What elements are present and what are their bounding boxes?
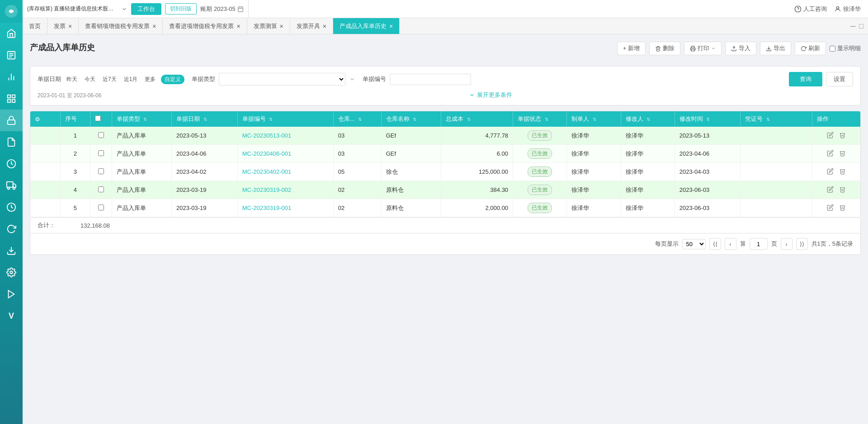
export-button[interactable]: 导出 (760, 42, 791, 55)
tab-invoice-open[interactable]: 发票开具 × (290, 18, 333, 34)
support-button[interactable]: 人工咨询 (794, 5, 827, 13)
page-size-select[interactable]: 50 100 (682, 239, 706, 249)
filter-type-select[interactable] (219, 73, 345, 86)
sidebar-item-download[interactable] (0, 240, 23, 262)
first-page-button[interactable]: ⟨⟨ (709, 238, 721, 250)
quick-date-7days[interactable]: 近7天 (101, 75, 118, 84)
col-header-type[interactable]: 单据类型 ⇅ (112, 111, 171, 127)
workbench-button[interactable]: 工作台 (131, 3, 161, 15)
print-button[interactable]: 打印 (684, 42, 722, 55)
tab-view-purchase-vat[interactable]: 查看进项增值税专用发票 × (163, 18, 247, 34)
page-input[interactable] (750, 238, 768, 250)
row-number-3[interactable]: MC-20230319-002 (237, 181, 333, 199)
sidebar: V (0, 0, 23, 424)
quick-date-more[interactable]: 更多 (143, 75, 157, 84)
row-edit-btn-0[interactable] (825, 131, 835, 141)
row-delete-btn-3[interactable] (837, 185, 848, 195)
tab-view-purchase-vat-close[interactable]: × (236, 23, 240, 29)
col-header-total[interactable]: 总成本 ⇅ (441, 111, 513, 127)
row-number-1[interactable]: MC-20230406-001 (237, 145, 333, 163)
col-header-wh-code[interactable]: 仓库... ⇅ (333, 111, 381, 127)
sidebar-item-v[interactable]: V (0, 305, 23, 327)
refresh-button[interactable]: 刷新 (795, 42, 826, 55)
row-check-4[interactable] (90, 199, 112, 217)
print-chevron-icon (711, 46, 716, 51)
settings-column-header[interactable]: ⚙ (30, 111, 60, 127)
row-edit-btn-2[interactable] (825, 167, 835, 177)
filter-date-group: 单据日期 昨天 今天 近7天 近1月 更多 自定义 (38, 75, 184, 84)
new-button[interactable]: + 新增 (617, 42, 646, 55)
sidebar-item-refresh[interactable] (0, 218, 23, 240)
row-no-2: 3 (60, 163, 90, 181)
tab-invoice[interactable]: 发票 × (47, 18, 79, 34)
sidebar-item-gear[interactable] (0, 262, 23, 283)
tab-invoice-calc-close[interactable]: × (280, 23, 283, 29)
user-menu[interactable]: 徐泽华 (834, 5, 861, 13)
switch-version-button[interactable]: 切到旧版 (165, 3, 197, 14)
query-button[interactable]: 查询 (789, 72, 822, 86)
row-number-2[interactable]: MC-20230402-001 (237, 163, 333, 181)
sidebar-item-analytics[interactable] (0, 66, 23, 88)
col-header-date[interactable]: 单据日期 ⇅ (172, 111, 238, 127)
sidebar-item-chart[interactable] (0, 153, 23, 175)
tab-product-instock-close[interactable]: × (389, 23, 393, 29)
quick-date-1month[interactable]: 近1月 (122, 75, 140, 84)
sidebar-item-invoice[interactable] (0, 44, 23, 66)
quick-date-yesterday[interactable]: 昨天 (65, 75, 79, 84)
row-delete-btn-4[interactable] (837, 203, 848, 213)
row-modify-time-0: 2023-05-13 (675, 127, 741, 145)
col-header-status[interactable]: 单据状态 ⇅ (513, 111, 567, 127)
table-header-row: ⚙ 序号 单据类型 ⇅ 单据日期 ⇅ 单据编号 ⇅ 仓库... ⇅ 仓库名称 ⇅… (30, 111, 860, 127)
row-check-0[interactable] (90, 127, 112, 145)
sidebar-item-clock[interactable] (0, 196, 23, 218)
show-detail-checkbox[interactable] (830, 46, 835, 52)
tab-product-instock[interactable]: 产成品入库单历史 × (333, 18, 400, 34)
row-check-2[interactable] (90, 163, 112, 181)
col-header-modifier[interactable]: 修改人 ⇅ (621, 111, 675, 127)
row-number-0[interactable]: MC-20230513-001 (237, 127, 333, 145)
row-number-4[interactable]: MC-20230319-001 (237, 199, 333, 217)
tabs-minimize-icon[interactable]: ─ (850, 22, 855, 30)
row-check-1[interactable] (90, 145, 112, 163)
row-delete-btn-1[interactable] (837, 149, 848, 159)
tab-home[interactable]: 首页 (23, 18, 47, 34)
sidebar-item-play[interactable] (0, 283, 23, 305)
tab-invoice-open-close[interactable]: × (323, 23, 326, 29)
import-button[interactable]: 导入 (725, 42, 756, 55)
svg-rect-11 (12, 100, 15, 102)
col-header-number[interactable]: 单据编号 ⇅ (237, 111, 333, 127)
row-delete-btn-0[interactable] (837, 131, 848, 141)
sidebar-item-grid[interactable] (0, 88, 23, 110)
tab-view-sales-vat-close[interactable]: × (152, 23, 156, 29)
filter-number-input[interactable] (390, 74, 471, 85)
col-header-modify-time[interactable]: 修改时间 ⇅ (675, 111, 741, 127)
col-header-voucher[interactable]: 凭证号 ⇅ (741, 111, 812, 127)
row-check-3[interactable] (90, 181, 112, 199)
tab-invoice-close[interactable]: × (68, 23, 72, 29)
row-edit-btn-4[interactable] (825, 203, 835, 213)
delete-button[interactable]: 删除 (649, 42, 680, 55)
last-page-button[interactable]: ⟩⟩ (796, 238, 808, 250)
col-header-creator[interactable]: 制单人 ⇅ (567, 111, 621, 127)
custom-date-tag[interactable]: 自定义 (161, 75, 184, 84)
tab-invoice-calc[interactable]: 发票测算 × (247, 18, 290, 34)
quick-date-today[interactable]: 今天 (83, 75, 97, 84)
row-edit-btn-1[interactable] (825, 149, 835, 159)
tabs-maximize-icon[interactable]: □ (859, 22, 863, 30)
row-edit-btn-3[interactable] (825, 185, 835, 195)
import-icon (731, 46, 737, 52)
tab-view-sales-vat[interactable]: 查看销项增值税专用发票 × (79, 18, 163, 34)
next-page-button[interactable]: › (781, 238, 793, 250)
col-header-wh-name[interactable]: 仓库名称 ⇅ (381, 111, 441, 127)
prev-page-button[interactable]: ‹ (725, 238, 736, 250)
expand-filter-button[interactable]: 展开更多条件 (469, 91, 512, 99)
sidebar-item-document[interactable] (0, 131, 23, 153)
col-header-check[interactable] (90, 111, 112, 127)
sidebar-item-truck[interactable] (0, 175, 23, 196)
show-detail-label[interactable]: 显示明细 (830, 44, 861, 52)
sidebar-item-home[interactable] (0, 23, 23, 44)
select-all-checkbox[interactable] (95, 115, 101, 121)
reset-button[interactable]: 设置 (826, 72, 853, 86)
row-delete-btn-2[interactable] (837, 167, 848, 177)
sidebar-item-lock[interactable] (0, 110, 23, 131)
